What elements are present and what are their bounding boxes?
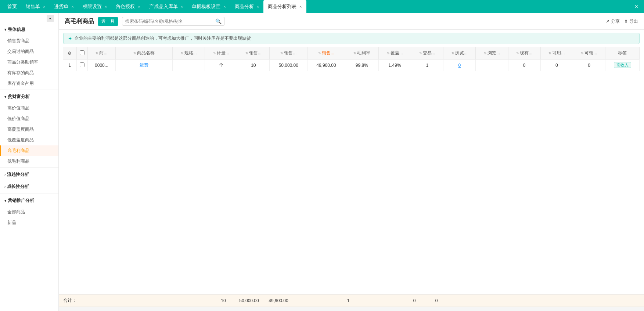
sidebar-group-trend[interactable]: › 流趋性分析 [0, 169, 58, 181]
nav-item-purchase[interactable]: 进货单 × [50, 0, 78, 13]
sidebar-item-high-value[interactable]: 高价值商品 [0, 103, 58, 113]
col-sale-qty[interactable]: ⇅销售... [237, 47, 270, 59]
col-sale-profit[interactable]: ⇅销售... [307, 47, 345, 59]
nav-close-purchase[interactable]: × [71, 4, 73, 9]
nav-close-template[interactable]: × [223, 4, 226, 9]
sidebar-group-wealth[interactable]: ▾ 贫财富分析 [0, 91, 58, 103]
col-sellable[interactable]: ⇅可销... [573, 47, 605, 59]
search-box: 🔍 [122, 17, 225, 26]
nav-item-analysis[interactable]: 商品分析 × [230, 0, 263, 13]
col-tag[interactable]: 标签 [605, 47, 640, 59]
share-button[interactable]: ↗ 分享 [606, 18, 620, 25]
sidebar-group-overall[interactable]: ▾ 整体信息 [0, 23, 58, 36]
nav-close-role[interactable]: × [138, 4, 140, 9]
col-checkbox[interactable] [76, 47, 87, 59]
nav-label-product-in: 产成品入库单 [149, 3, 178, 10]
table-row: 1 0000... 运费 个 10 50,000.00 49,900.00 99… [63, 59, 640, 71]
col-current-stock[interactable]: ⇅现有... [508, 47, 540, 59]
nav-item-template[interactable]: 单据模板设置 × [187, 0, 230, 13]
export-button[interactable]: ⬆ 导出 [624, 18, 638, 25]
col-available[interactable]: ⇅可用... [540, 47, 573, 59]
arrow-overall: ▾ [4, 28, 6, 32]
info-icon: ✦ [68, 36, 72, 41]
data-table-container: ⚙ ⇅商... ⇅商品名称 ⇅规格... ⇅计量... ⇅销售... ⇅销售..… [63, 47, 640, 294]
footer-sale-amount: 50,000.00 [234, 298, 264, 303]
sidebar-collapse-btn[interactable]: « [47, 15, 54, 22]
sidebar-item-new-goods[interactable]: 新品 [0, 217, 58, 228]
nav-item-home[interactable]: 首页 [3, 0, 21, 13]
col-trade[interactable]: ⇅交易... [411, 47, 443, 59]
sidebar-item-low-margin[interactable]: 低毛利商品 [0, 156, 58, 167]
nav-item-product-in[interactable]: 产成品入库单 × [145, 0, 187, 13]
sidebar-item-category-rate[interactable]: 商品分类助销率 [0, 57, 58, 68]
group-label-marketing: 营销推广分析 [8, 198, 34, 204]
col-spec[interactable]: ⇅规格... [172, 47, 205, 59]
period-button[interactable]: 近一月 [98, 17, 118, 26]
sidebar-item-sales-goods[interactable]: 销售货商品 [0, 36, 58, 46]
cell-checkbox[interactable] [76, 59, 87, 71]
cell-name[interactable]: 运费 [116, 59, 173, 71]
nav-label-analysis: 商品分析 [235, 3, 254, 10]
sidebar-item-stocked-goods[interactable]: 有库存的商品 [0, 68, 58, 78]
nav-close-permission[interactable]: × [105, 4, 107, 9]
cell-trade: 1 [411, 59, 443, 71]
export-icon: ⬆ [624, 19, 628, 24]
nav-close-analysis-list[interactable]: × [299, 4, 302, 9]
col-browse2[interactable]: ⇅浏览... [476, 47, 508, 59]
settings-icon[interactable]: ⚙ [68, 51, 72, 56]
sidebar-item-low-coverage[interactable]: 低覆盖度商品 [0, 135, 58, 145]
footer-trade: 1 [337, 298, 359, 303]
cell-sale-amount: 50,000.00 [270, 59, 307, 71]
sidebar-item-high-margin[interactable]: 高毛利商品 [0, 145, 58, 156]
info-banner: ✦ 企业的主要的利润都是这部分商品创造的，可考虑加大推广，同时关注库存是不要出现… [63, 33, 640, 44]
nav-close-analysis[interactable]: × [257, 4, 259, 9]
cell-unit: 个 [205, 59, 237, 71]
sidebar: « ▾ 整体信息 销售货商品 交易过的商品 商品分类助销率 有库存的商品 库存资… [0, 13, 59, 311]
nav-item-role[interactable]: 角色授权 × [111, 0, 144, 13]
group-label-overall: 整体信息 [8, 26, 25, 33]
col-browse1[interactable]: ⇅浏览... [443, 47, 476, 59]
nav-label-purchase: 进货单 [54, 3, 68, 10]
search-icon[interactable]: 🔍 [215, 18, 222, 24]
content-header: 高毛利商品 近一月 🔍 ↗ 分享 ⬆ 导出 [59, 13, 644, 30]
sidebar-item-traded-goods[interactable]: 交易过的商品 [0, 46, 58, 57]
col-settings[interactable]: ⚙ [63, 47, 76, 59]
nav-label-analysis-list: 商品分析列表 [268, 3, 296, 10]
cell-gross-margin: 99.8% [345, 59, 378, 71]
window-close-button[interactable]: × [632, 3, 641, 10]
header-actions: ↗ 分享 ⬆ 导出 [606, 18, 638, 25]
cell-sale-qty: 10 [237, 59, 270, 71]
group-label-trend: 流趋性分析 [7, 171, 29, 178]
col-name[interactable]: ⇅商品名称 [116, 47, 173, 59]
top-nav: 首页 销售单 × 进货单 × 权限设置 × 角色授权 × 产成品入库单 × 单据… [0, 0, 644, 13]
col-gross-margin[interactable]: ⇅毛利率 [345, 47, 378, 59]
col-coverage[interactable]: ⇅覆盖... [378, 47, 411, 59]
col-code[interactable]: ⇅商... [87, 47, 116, 59]
nav-close-product-in[interactable]: × [181, 4, 183, 9]
content-area: 高毛利商品 近一月 🔍 ↗ 分享 ⬆ 导出 ✦ 企业的主要的利润都是这部分商品创… [59, 13, 644, 311]
footer-current-stock: 0 [403, 298, 425, 303]
cell-tag: 高收入 [605, 59, 640, 71]
cell-browse1[interactable]: 0 [443, 59, 476, 71]
sidebar-item-high-coverage[interactable]: 高覆盖度商品 [0, 124, 58, 135]
footer-sale-qty: 10 [212, 298, 234, 303]
arrow-marketing: ▾ [4, 199, 6, 203]
sidebar-group-marketing[interactable]: ▾ 营销推广分析 [0, 195, 58, 207]
sidebar-item-low-value[interactable]: 低价值商品 [0, 113, 58, 124]
col-unit[interactable]: ⇅计量... [205, 47, 237, 59]
sidebar-item-stock-capital[interactable]: 库存资金占用 [0, 78, 58, 89]
nav-close-sales[interactable]: × [43, 4, 45, 9]
footer-label: 合计： [63, 297, 85, 304]
col-sale-amount[interactable]: ⇅销售... [270, 47, 307, 59]
nav-item-sales[interactable]: 销售单 × [21, 0, 50, 13]
select-all-checkbox[interactable] [80, 50, 84, 55]
nav-item-permission[interactable]: 权限设置 × [78, 0, 111, 13]
search-input[interactable] [125, 19, 214, 24]
bottom-scrollbar[interactable] [59, 307, 644, 311]
footer-total: 合计： 10 50,000.00 49,900.00 1 0 0 [59, 294, 644, 307]
cell-browse2 [476, 59, 508, 71]
nav-label-role: 角色授权 [116, 3, 135, 10]
sidebar-group-growth[interactable]: › 成长性分析 [0, 181, 58, 193]
sidebar-item-all-goods[interactable]: 全部商品 [0, 207, 58, 217]
nav-item-analysis-list[interactable]: 商品分析列表 × [263, 0, 306, 13]
